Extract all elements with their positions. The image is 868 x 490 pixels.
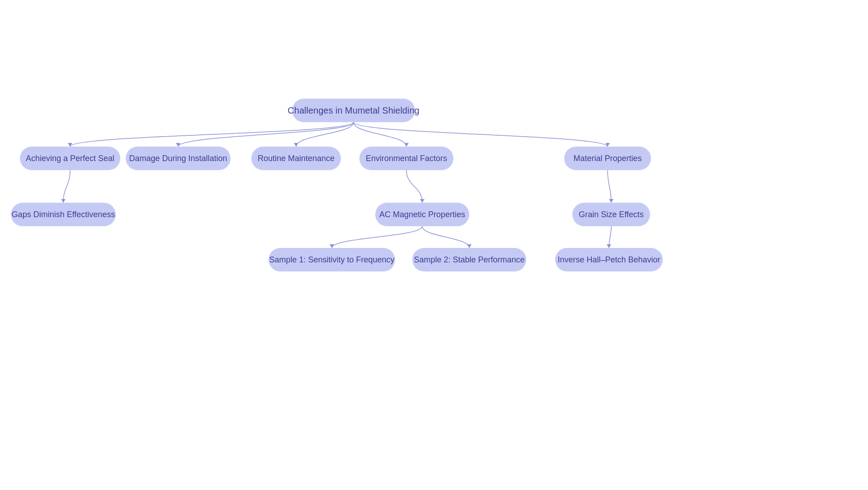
node-n4a: AC Magnetic Properties bbox=[375, 203, 469, 226]
node-n5b: Inverse Hall–Petch Behavior bbox=[555, 248, 663, 271]
node-root: Challenges in Mumetal Shielding bbox=[292, 99, 415, 122]
svg-marker-8 bbox=[330, 244, 334, 248]
node-n5a: Grain Size Effects bbox=[572, 203, 650, 226]
svg-marker-10 bbox=[607, 244, 611, 248]
node-n4a1: Sample 1: Sensitivity to Frequency bbox=[269, 248, 395, 271]
svg-marker-6 bbox=[420, 199, 425, 203]
svg-marker-7 bbox=[609, 199, 613, 203]
node-n2: Damage During Installation bbox=[126, 147, 231, 170]
node-n1: Achieving a Perfect Seal bbox=[20, 147, 120, 170]
svg-marker-5 bbox=[61, 199, 66, 203]
diagram: Challenges in Mumetal ShieldingAchieving… bbox=[0, 0, 868, 490]
node-n4a2: Sample 2: Stable Performance bbox=[412, 248, 526, 271]
svg-marker-0 bbox=[68, 143, 72, 147]
svg-marker-1 bbox=[176, 143, 180, 147]
svg-marker-3 bbox=[404, 143, 409, 147]
node-n4: Environmental Factors bbox=[359, 147, 453, 170]
node-n5: Material Properties bbox=[564, 147, 651, 170]
svg-marker-4 bbox=[605, 143, 610, 147]
svg-marker-2 bbox=[294, 143, 298, 147]
node-n3: Routine Maintenance bbox=[251, 147, 341, 170]
node-n1a: Gaps Diminish Effectiveness bbox=[11, 203, 116, 226]
svg-marker-9 bbox=[467, 244, 472, 248]
